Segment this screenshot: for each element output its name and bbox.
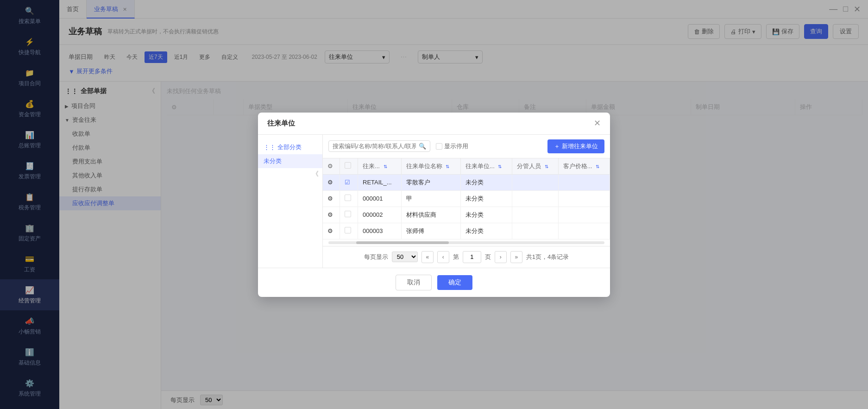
row-checkbox[interactable] [340, 207, 358, 223]
search-icon: 🔍 [419, 143, 426, 150]
cancel-button[interactable]: 取消 [396, 275, 432, 290]
col-checkbox[interactable] [340, 158, 358, 175]
sort-code-icon: ⇅ [384, 164, 387, 169]
row-code: 000002 [358, 207, 402, 223]
row-settings[interactable]: ⚙ [323, 207, 340, 223]
row-salesperson [512, 223, 558, 239]
partner-data-table: ⚙ 往来... ⇅ 往来单位名称 [323, 158, 610, 239]
row-checkbox[interactable]: ☑ [340, 174, 358, 190]
row-checkbox[interactable] [340, 223, 358, 239]
horizontal-scrollbar[interactable] [328, 241, 604, 244]
row-name: 甲 [401, 190, 460, 207]
partner-search-box[interactable]: 🔍 [328, 140, 430, 152]
col-code[interactable]: 往来... ⇅ [358, 158, 402, 175]
col-category[interactable]: 往来单位... ⇅ [461, 158, 512, 175]
scrollbar-thumb[interactable] [356, 241, 449, 244]
prev-page-btn[interactable]: ‹ [437, 251, 449, 263]
col-price-level[interactable]: 客户价格... ⇅ [558, 158, 610, 175]
modal-body: ⋮⋮ 全部分类 未分类 《 [258, 135, 610, 268]
show-disabled-option[interactable]: 显示停用 [436, 142, 468, 151]
row-code: RETAIL_... [358, 174, 402, 190]
table-panel: 🔍 显示停用 ＋ 新增往来单位 [323, 135, 610, 268]
row-category: 未分类 [461, 207, 512, 223]
col-name[interactable]: 往来单位名称 ⇅ [401, 158, 460, 175]
partner-search-input[interactable] [333, 143, 416, 150]
content-area: ⋮⋮ 全部单据 《 ▶ 项目合同 ▼ 资金往来 收款单 付款单 费用支出单 [59, 82, 868, 409]
modal-overlay: 往来单位 ✕ ⋮⋮ 全部分类 未分类 [161, 82, 868, 409]
row-settings[interactable]: ⚙ [323, 174, 340, 190]
row-price-level [558, 174, 610, 190]
table-row[interactable]: ⚙ 000002 材料供应商 未分类 [323, 207, 610, 223]
first-page-btn[interactable]: « [421, 251, 434, 263]
col-settings[interactable]: ⚙ [323, 158, 340, 175]
category-item-uncategorized[interactable]: 未分类 [258, 154, 322, 168]
add-partner-button[interactable]: ＋ 新增往来单位 [547, 139, 604, 153]
next-page-btn[interactable]: › [495, 251, 507, 263]
sort-sales-icon: ⇅ [545, 164, 548, 169]
row-name: 材料供应商 [401, 207, 460, 223]
table-row[interactable]: ⚙ 000001 甲 未分类 [323, 190, 610, 207]
partner-modal: 往来单位 ✕ ⋮⋮ 全部分类 未分类 [258, 113, 610, 297]
page-label: 第 [453, 253, 459, 261]
sort-price-icon: ⇅ [596, 164, 599, 169]
modal-title: 往来单位 [267, 119, 295, 128]
row-name: 张师傅 [401, 223, 460, 239]
table-toolbar: 🔍 显示停用 ＋ 新增往来单位 [323, 135, 610, 158]
grid2-icon: ⋮⋮ [264, 144, 276, 151]
row-price-level [558, 190, 610, 207]
page-unit: 页 [485, 253, 491, 261]
modal-footer: 取消 确定 [258, 268, 610, 297]
row-code: 000003 [358, 223, 402, 239]
table-row[interactable]: ⚙ ☑ RETAIL_... 零散客户 未分类 [323, 174, 610, 190]
row-checkbox[interactable] [340, 190, 358, 207]
per-page-select[interactable]: 50 100 200 [392, 252, 418, 262]
row-salesperson [512, 190, 558, 207]
modal-close-icon[interactable]: ✕ [594, 119, 601, 127]
row-category: 未分类 [461, 223, 512, 239]
row-price-level [558, 207, 610, 223]
row-category: 未分类 [461, 174, 512, 190]
col-salesperson[interactable]: 分管人员 ⇅ [512, 158, 558, 175]
sort-cat-icon: ⇅ [498, 164, 502, 169]
modal-header: 往来单位 ✕ [258, 113, 610, 135]
row-name: 零散客户 [401, 174, 460, 190]
main-content: 首页 业务草稿 ✕ — □ ✕ 业务草稿 草稿转为正式单据时，不会执行满额促销优… [59, 0, 868, 409]
row-salesperson [512, 174, 558, 190]
category-header[interactable]: ⋮⋮ 全部分类 [258, 140, 322, 154]
row-code: 000001 [358, 190, 402, 207]
category-collapse-icon[interactable]: 《 [312, 170, 319, 178]
pagination: 每页显示 50 100 200 « ‹ 第 页 [323, 246, 610, 268]
total-info: 共1页，4条记录 [526, 253, 569, 261]
category-panel: ⋮⋮ 全部分类 未分类 《 [258, 135, 323, 268]
page-input[interactable] [463, 251, 481, 263]
show-disabled-checkbox[interactable] [436, 143, 442, 150]
row-settings[interactable]: ⚙ [323, 190, 340, 207]
table-area: 未找到任何业务草稿 ⚙ 单据类型 往来单位 仓库 备注 单据金额 制单日期 操作 [161, 82, 868, 409]
per-page-label: 每页显示 [364, 253, 388, 261]
row-category: 未分类 [461, 190, 512, 207]
row-settings[interactable]: ⚙ [323, 223, 340, 239]
row-price-level [558, 223, 610, 239]
sort-name-icon: ⇅ [446, 164, 449, 169]
row-salesperson [512, 207, 558, 223]
last-page-btn[interactable]: » [510, 251, 522, 263]
confirm-button[interactable]: 确定 [437, 275, 472, 290]
table-row[interactable]: ⚙ 000003 张师傅 未分类 [323, 223, 610, 239]
